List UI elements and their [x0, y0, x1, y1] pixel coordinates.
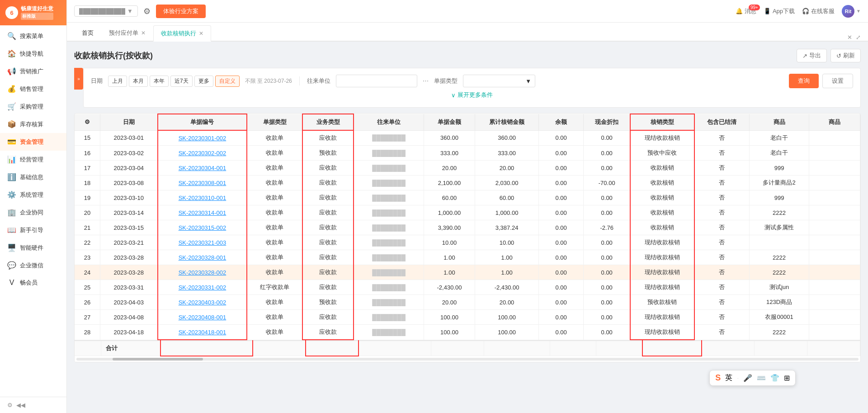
- cell-no: 19: [75, 190, 100, 205]
- date-btn-last-month[interactable]: 上月: [108, 76, 127, 87]
- settings-gear-icon[interactable]: ⚙: [143, 6, 151, 16]
- mic-icon[interactable]: 🎤: [743, 374, 752, 382]
- scroll-thumb[interactable]: [113, 358, 203, 361]
- th-balance: 余额: [539, 114, 584, 130]
- cell-docno: SK-20230304-001: [158, 161, 247, 176]
- doctype-select[interactable]: ▼: [463, 75, 535, 87]
- sidebar-item-wechat[interactable]: 💬企业微信: [0, 256, 66, 274]
- input-lang-btn[interactable]: 英: [725, 373, 732, 383]
- docno-link[interactable]: SK-20230321-003: [179, 239, 226, 246]
- cell-goods: 123D商品: [750, 295, 809, 310]
- sidebar-item-system[interactable]: ⚙️系统管理: [0, 186, 66, 204]
- docno-link[interactable]: SK-20230301-002: [179, 135, 226, 142]
- tab-close-prepay[interactable]: ✕: [141, 30, 146, 36]
- cell-goods: 测试多属性: [750, 220, 809, 235]
- expand-more-btn[interactable]: ∨ 展开更多条件: [91, 88, 853, 102]
- skin-icon[interactable]: 👕: [770, 374, 779, 382]
- cell-discount: 0.00: [584, 146, 631, 161]
- sidebar-item-purchase[interactable]: 🛒采购管理: [0, 98, 66, 115]
- sidebar-item-inventory[interactable]: 📦库存核算: [0, 115, 66, 133]
- docno-link[interactable]: SK-20230403-002: [179, 299, 226, 306]
- main-table: ⚙ 日期 单据编号 单据类型 业务类型 往来单位 单据金额 累计核销金额 余额 …: [75, 114, 860, 340]
- tab-prepay[interactable]: 预付应付单 ✕: [101, 24, 153, 41]
- avatar: Rit: [842, 5, 854, 18]
- export-button[interactable]: ↗ 导出: [797, 49, 827, 62]
- sidebar-bottom[interactable]: ⚙ ◀◀: [0, 397, 66, 413]
- cell-cumverify: 2,030.00: [475, 176, 538, 190]
- maximize-icon[interactable]: ⤢: [856, 34, 861, 41]
- info-icon: ℹ️: [7, 173, 16, 181]
- solution-button[interactable]: 体验行业方案: [156, 5, 206, 18]
- grid-icon[interactable]: ⊞: [784, 374, 790, 382]
- sidebar-item-hardware[interactable]: 🖥️智能硬件: [0, 239, 66, 256]
- docno-link[interactable]: SK-20230331-002: [179, 284, 226, 291]
- cell-goods: 2222: [750, 325, 809, 340]
- docno-link[interactable]: SK-20230328-002: [179, 269, 226, 276]
- table-row: 16 2023-03-02 SK-20230302-002 收款单 预收款 ██…: [75, 146, 860, 161]
- sidebar-item-marketing[interactable]: 📢营销推广: [0, 62, 66, 80]
- date-range-display: 不限 至 2023-07-26: [245, 77, 292, 85]
- date-btn-this-month[interactable]: 本月: [129, 76, 148, 87]
- app-download-btn[interactable]: 📱 App下载: [764, 7, 795, 15]
- cell-no: 25: [75, 280, 100, 295]
- scroll-track: [76, 358, 859, 361]
- filter-settings-button[interactable]: 设置: [822, 74, 853, 88]
- table-body: 15 2023-03-01 SK-20230301-002 收款单 应收款 ██…: [75, 130, 860, 340]
- cell-goods2: [809, 235, 860, 250]
- date-btn-7days[interactable]: 近7天: [170, 76, 193, 87]
- sidebar-item-corp[interactable]: 🏢企业协同: [0, 204, 66, 221]
- sidebar-item-sales[interactable]: 💰销售管理: [0, 80, 66, 98]
- collapse-icon[interactable]: ◀◀: [16, 402, 25, 408]
- cell-docno: SK-20230301-002: [158, 130, 247, 146]
- cell-settled: 否: [694, 130, 750, 146]
- docno-link[interactable]: SK-20230314-001: [179, 209, 226, 216]
- sidebar-item-basic[interactable]: ℹ️基础信息: [0, 168, 66, 186]
- date-btn-more[interactable]: 更多: [194, 76, 213, 87]
- table-row: 19 2023-03-10 SK-20230310-001 收款单 应收款 ██…: [75, 190, 860, 205]
- online-service-btn[interactable]: 🎧 在线客服: [802, 7, 835, 15]
- sidebar-item-search[interactable]: 🔍搜索菜单: [0, 27, 66, 45]
- query-button[interactable]: 查询: [789, 74, 819, 88]
- cell-discount: -70.00: [584, 176, 631, 190]
- docno-link[interactable]: SK-20230315-002: [179, 224, 226, 231]
- sidebar-item-quicknav[interactable]: 🏠快捷导航: [0, 45, 66, 62]
- docno-link[interactable]: SK-20230302-002: [179, 150, 226, 157]
- docno-link[interactable]: SK-20230308-001: [179, 180, 226, 186]
- refresh-button[interactable]: ↺ 刷新: [830, 49, 861, 62]
- chevron-down-icon: ▼: [856, 9, 861, 14]
- cell-settled: 否: [694, 176, 750, 190]
- docno-link[interactable]: SK-20230418-001: [179, 329, 226, 336]
- partner-input[interactable]: [336, 75, 417, 87]
- docno-link[interactable]: SK-20230408-001: [179, 314, 226, 321]
- company-selector[interactable]: ████████████ ▼: [74, 5, 138, 17]
- keyboard-icon[interactable]: ⌨️: [757, 374, 766, 382]
- docno-link[interactable]: SK-20230328-001: [179, 254, 226, 261]
- cell-verifytype: 现结收款核销: [630, 130, 694, 146]
- docno-link[interactable]: SK-20230304-001: [179, 165, 226, 171]
- message-btn[interactable]: 🔔 消息 99+: [736, 7, 756, 15]
- sidebar-item-operations[interactable]: 📊经营管理: [0, 151, 66, 168]
- close-window-icon[interactable]: ✕: [847, 34, 852, 41]
- more-filter-dots[interactable]: ···: [423, 77, 429, 85]
- expand-filter-button[interactable]: »: [74, 68, 83, 90]
- date-btn-custom[interactable]: 自定义: [215, 76, 240, 87]
- tab-home[interactable]: 首页: [74, 24, 101, 41]
- sidebar-item-guide[interactable]: 📖新手引导: [0, 221, 66, 239]
- cell-amount: 1.00: [424, 265, 475, 280]
- docno-link[interactable]: SK-20230310-001: [179, 195, 226, 201]
- tab-receipt-verify[interactable]: 收款核销执行 ✕: [153, 25, 211, 42]
- date-btn-this-year[interactable]: 本年: [150, 76, 169, 87]
- cell-no: 17: [75, 161, 100, 176]
- th-gear[interactable]: ⚙: [75, 114, 100, 130]
- cell-verifytype: 收款核销: [630, 161, 694, 176]
- sidebar-item-member[interactable]: V畅会员: [0, 274, 66, 291]
- vip-icon: V: [7, 279, 16, 287]
- cell-no: 16: [75, 146, 100, 161]
- user-menu[interactable]: Rit ▼: [842, 5, 861, 18]
- tab-close-receipt-verify[interactable]: ✕: [199, 30, 203, 37]
- cell-date: 2023-03-02: [100, 146, 157, 161]
- totals-settled: [702, 341, 755, 356]
- sidebar-item-finance[interactable]: 💳资金管理: [0, 133, 66, 151]
- horizontal-scrollbar[interactable]: [75, 356, 860, 362]
- cell-biztype: 应收款: [302, 310, 354, 325]
